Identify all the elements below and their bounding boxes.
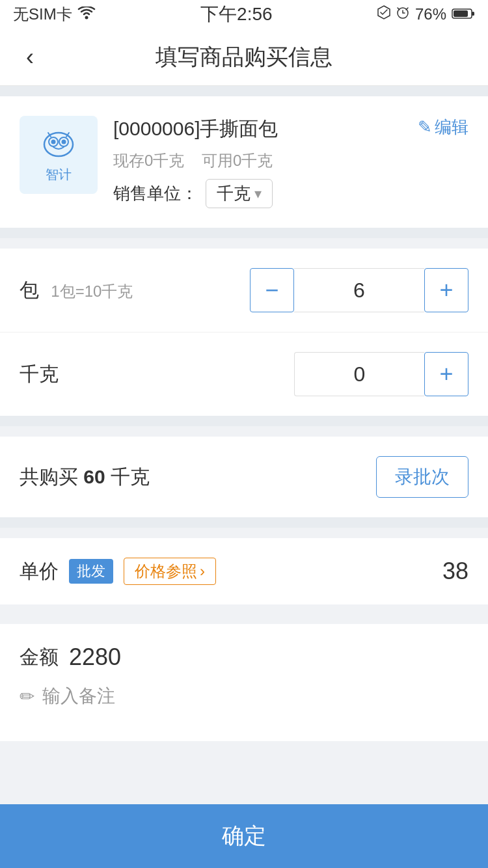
nav-bar: ‹ 填写商品购买信息 xyxy=(0,29,488,86)
amount-row: 金额 2280 xyxy=(20,644,468,671)
top-divider xyxy=(0,86,488,96)
status-right: 76% xyxy=(377,5,475,23)
price-row: 单价 批发 价格参照 › 38 xyxy=(20,558,468,585)
price-label: 单价 xyxy=(20,558,59,585)
product-unit: 销售单位： 千克 ▾ xyxy=(113,179,468,208)
record-batch-button[interactable]: 录批次 xyxy=(376,456,468,498)
quantities-section: 包 1包=10千克 − + 千克 + xyxy=(0,249,488,416)
quantity-row-bao: 包 1包=10千克 − + xyxy=(0,249,488,332)
price-ref-arrow-icon: › xyxy=(200,562,205,580)
unit-select[interactable]: 千克 ▾ xyxy=(206,179,273,208)
quantity-label-kg: 千克 xyxy=(20,361,294,388)
edit-icon: ✎ xyxy=(418,117,432,137)
amount-value: 2280 xyxy=(69,644,121,671)
unit-arrow-icon: ▾ xyxy=(254,185,262,202)
quantity-input-bao[interactable] xyxy=(294,268,424,312)
brand-icon xyxy=(39,126,78,166)
price-type-tag: 批发 xyxy=(69,559,113,584)
price-ref-button[interactable]: 价格参照 › xyxy=(124,558,216,585)
alarm-icon xyxy=(396,5,410,23)
quantity-control-kg: + xyxy=(294,352,468,396)
summary-row: 共购买 60 千克 录批次 xyxy=(0,437,488,517)
svg-point-5 xyxy=(44,133,73,156)
product-stock: 现存0千克 可用0千克 xyxy=(113,150,468,171)
back-button[interactable]: ‹ xyxy=(20,37,40,77)
quantity-hint-bao: 1包=10千克 xyxy=(51,282,133,300)
location-icon xyxy=(377,5,390,23)
battery-text: 76% xyxy=(415,5,446,23)
section-divider-3 xyxy=(0,517,488,528)
svg-rect-3 xyxy=(472,12,474,16)
quantity-plus-kg[interactable]: + xyxy=(424,352,468,396)
status-bar: 无SIM卡 下午2:56 76% xyxy=(0,0,488,29)
edit-button[interactable]: ✎ 编辑 xyxy=(418,116,468,139)
note-row[interactable]: ✏ 输入备注 xyxy=(20,684,468,728)
svg-point-0 xyxy=(85,16,88,20)
quantity-label-bao: 包 1包=10千克 xyxy=(20,277,250,304)
quantity-input-kg[interactable] xyxy=(294,352,424,396)
product-name: [0000006]手撕面包 xyxy=(113,116,468,142)
battery-icon xyxy=(452,5,475,23)
price-value: 38 xyxy=(442,558,468,585)
status-time: 下午2:56 xyxy=(200,2,273,27)
amount-label: 金额 xyxy=(20,644,59,671)
quantity-plus-bao[interactable]: + xyxy=(424,268,468,312)
svg-rect-4 xyxy=(454,10,468,17)
confirm-button[interactable]: 确定 xyxy=(0,804,488,868)
svg-point-9 xyxy=(62,140,66,144)
status-carrier: 无SIM卡 xyxy=(13,4,96,25)
quantity-row-kg: 千克 + xyxy=(0,332,488,416)
wifi-icon xyxy=(77,5,96,23)
note-icon: ✏ xyxy=(20,686,34,707)
carrier-text: 无SIM卡 xyxy=(13,4,72,25)
summary-text: 共购买 60 千克 xyxy=(20,464,150,491)
section-divider-2 xyxy=(0,416,488,426)
price-section: 单价 批发 价格参照 › 38 xyxy=(0,538,488,604)
amount-section: 金额 2280 ✏ 输入备注 xyxy=(0,604,488,741)
product-info: [0000006]手撕面包 现存0千克 可用0千克 销售单位： 千克 ▾ xyxy=(113,116,468,208)
section-divider-1 xyxy=(0,228,488,238)
product-card: 智计 [0000006]手撕面包 现存0千克 可用0千克 销售单位： 千克 ▾ … xyxy=(0,96,488,228)
page-title: 填写商品购买信息 xyxy=(156,42,332,72)
quantity-control-bao: − + xyxy=(250,268,468,312)
svg-point-8 xyxy=(51,140,56,144)
note-placeholder: 输入备注 xyxy=(42,684,115,709)
product-image: 智计 xyxy=(20,116,98,194)
quantity-minus-bao[interactable]: − xyxy=(250,268,294,312)
brand-text: 智计 xyxy=(46,166,72,183)
